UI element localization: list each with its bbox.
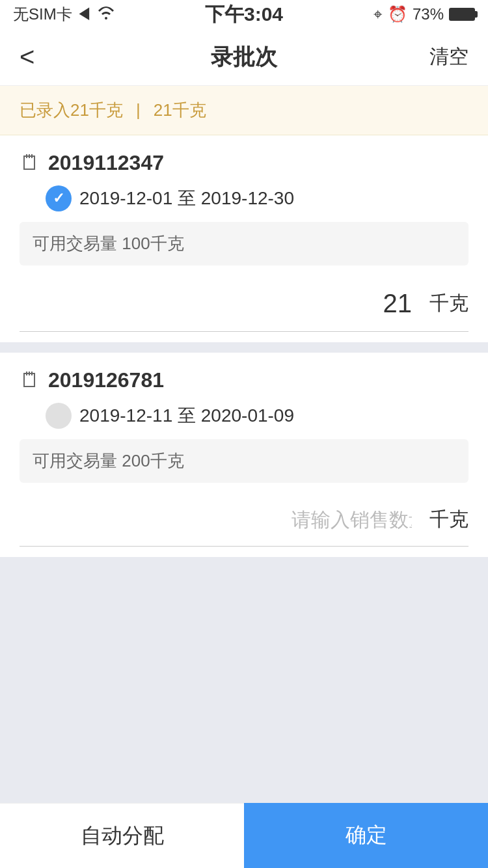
- page-title: 录批次: [211, 42, 277, 72]
- batch-2-available: 可用交易量 200千克: [20, 439, 468, 483]
- section-separator-1: [0, 342, 488, 353]
- info-banner: 已录入21千克 | 21千克: [0, 86, 488, 135]
- clear-button[interactable]: 清空: [429, 44, 468, 70]
- batch-1-unit: 千克: [429, 290, 468, 317]
- empty-area: [0, 557, 488, 830]
- doc-icon-1: 🗒: [20, 151, 40, 175]
- batch-2-date-row[interactable]: 2019-12-11 至 2020-01-09: [0, 398, 488, 437]
- batch-1-header: 🗒 2019112347: [0, 135, 488, 180]
- alarm-icon: ⏰: [388, 5, 407, 23]
- batch-1-date-row[interactable]: 2019-12-01 至 2019-12-30: [0, 180, 488, 219]
- batch-1-amount-row: 千克: [0, 276, 488, 331]
- main-content: 已录入21千克 | 21千克 🗒 2019112347 2019-12-01 至…: [0, 86, 488, 868]
- bottom-bar: 自动分配 确定: [0, 803, 488, 868]
- location-icon: ⌖: [373, 5, 383, 23]
- status-bar: 无SIM卡 ◀ 下午3:04 ⌖ ⏰ 73%: [0, 0, 488, 29]
- batch-2-header: 🗒 2019126781: [0, 353, 488, 398]
- recorded-amount-value: 21千克: [154, 99, 206, 122]
- batch-2-id: 2019126781: [48, 368, 164, 392]
- back-button[interactable]: <: [20, 42, 34, 72]
- batch-1-available: 可用交易量 100千克: [20, 222, 468, 265]
- confirm-button[interactable]: 确定: [244, 803, 488, 868]
- doc-icon-2: 🗒: [20, 368, 40, 392]
- recorded-amount-label: 已录入21千克: [20, 99, 123, 122]
- status-left: 无SIM卡 ◀: [13, 4, 115, 25]
- auto-distribute-button[interactable]: 自动分配: [0, 803, 244, 868]
- nav-bar: < 录批次 清空: [0, 29, 488, 86]
- status-right: ⌖ ⏰ 73%: [373, 5, 475, 23]
- radio-unselected-2[interactable]: [46, 403, 72, 429]
- batch-1-amount-input[interactable]: [291, 289, 422, 318]
- batch-1-id: 2019112347: [48, 151, 164, 175]
- batch-2-date: 2019-12-11 至 2020-01-09: [79, 403, 294, 428]
- battery-icon: [449, 8, 475, 21]
- batch-card-2: 🗒 2019126781 2019-12-11 至 2020-01-09 可用交…: [0, 353, 488, 557]
- sim-text: 无SIM卡 ◀: [13, 4, 92, 25]
- battery-percent: 73%: [413, 5, 444, 23]
- batch-card-1: 🗒 2019112347 2019-12-01 至 2019-12-30 可用交…: [0, 135, 488, 342]
- batch-1-date: 2019-12-01 至 2019-12-30: [79, 186, 294, 211]
- batch-2-unit: 千克: [429, 506, 468, 533]
- status-time: 下午3:04: [205, 1, 283, 28]
- batch-2-input-row: 千克: [0, 493, 488, 546]
- wifi-icon: [97, 5, 115, 23]
- radio-selected-1[interactable]: [46, 185, 72, 211]
- info-divider: |: [136, 100, 141, 120]
- batch-2-amount-input[interactable]: [291, 509, 422, 531]
